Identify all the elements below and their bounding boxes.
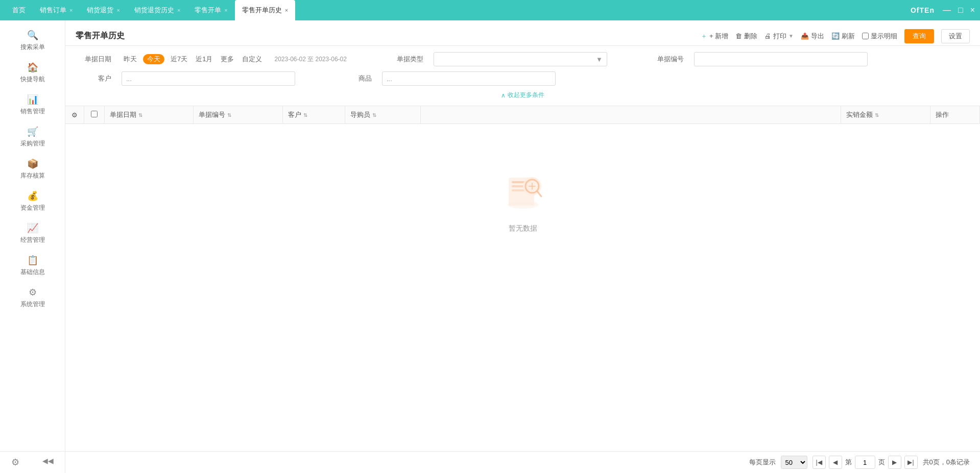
goods-filter-label: 商品	[336, 74, 372, 83]
column-settings-icon[interactable]: ⚙	[71, 111, 78, 119]
close-tab-retail-order-history[interactable]: ×	[285, 7, 288, 13]
type-select[interactable]: ▼	[434, 52, 607, 66]
table-header: ⚙ 单据日期 ⇅ 单据编号	[65, 106, 980, 124]
filter-area: 单据日期 昨天 今天 近7天 近1月 更多 自定义 2023-06-02 至 2…	[65, 46, 980, 106]
next-page-btn[interactable]: ▶	[888, 456, 901, 469]
filter-row-date: 单据日期 昨天 今天 近7天 近1月 更多 自定义 2023-06-02 至 2…	[76, 52, 970, 66]
empty-state: 暂无数据	[65, 124, 980, 274]
display-cols-toggle[interactable]: 显示明细	[862, 32, 897, 41]
basic-info-icon: 📋	[27, 255, 38, 266]
tab-sales-order[interactable]: 销售订单 ×	[33, 0, 80, 20]
page-header: 零售开单历史 ＋ + 新增 🗑 删除 🖨 打印 ▼ 📤 导出	[65, 20, 980, 46]
col-checkbox[interactable]	[84, 106, 104, 124]
type-select-arrow: ▼	[596, 56, 603, 63]
type-filter-label: 单据类型	[388, 55, 423, 64]
close-tab-sales-return[interactable]: ×	[116, 7, 119, 13]
date-yesterday[interactable]: 昨天	[122, 54, 139, 64]
page-number-input[interactable]	[855, 456, 875, 469]
collapse-button[interactable]: ∧ 收起更多条件	[501, 91, 544, 99]
sort-amount-icon[interactable]: ⇅	[875, 112, 879, 118]
per-page-select[interactable]: 10 20 50 100	[781, 456, 807, 469]
window-minimize[interactable]: —	[943, 6, 951, 15]
customer-input[interactable]: ...	[122, 71, 295, 86]
tab-home[interactable]: 零售开单历史 首页	[5, 0, 33, 20]
collapse-up-icon: ∧	[501, 92, 506, 99]
export-icon: 📤	[801, 32, 809, 40]
empty-illustration	[497, 165, 548, 216]
date-today[interactable]: 今天	[143, 54, 164, 64]
date-range-display: 2023-06-02 至 2023-06-02	[274, 55, 346, 64]
prev-page-btn[interactable]: ◀	[829, 456, 842, 469]
page-suffix: 页	[878, 458, 885, 467]
svg-line-7	[537, 191, 541, 196]
page-label: 第	[845, 458, 852, 467]
sidebar-bottom: ⚙ ◀◀	[0, 451, 65, 473]
date-custom[interactable]: 自定义	[240, 54, 264, 64]
sidebar-item-nav[interactable]: 🏠 快捷导航	[0, 57, 65, 89]
collapse-icon[interactable]: ◀◀	[42, 457, 54, 468]
settings-icon[interactable]: ⚙	[11, 457, 19, 468]
date-7days[interactable]: 近7天	[169, 54, 189, 64]
sort-guide-icon[interactable]: ⇅	[372, 112, 376, 118]
first-page-btn[interactable]: |◀	[812, 456, 826, 469]
add-button[interactable]: ＋ + 新增	[701, 32, 728, 41]
collapse-row: ∧ 收起更多条件	[76, 91, 970, 99]
total-info: 共0页，0条记录	[923, 458, 970, 467]
per-page-label: 每页显示	[749, 458, 776, 467]
number-input[interactable]	[694, 52, 868, 66]
close-tab-sales-order[interactable]: ×	[69, 7, 73, 13]
sidebar-item-finance[interactable]: 💰 资金管理	[0, 185, 65, 217]
top-tab-bar: 零售开单历史 首页 销售订单 × 销货退货 × 销货退货历史 × 零售开单 × …	[0, 0, 980, 20]
close-tab-retail-order[interactable]: ×	[224, 7, 227, 13]
sidebar-item-purchase[interactable]: 🛒 采购管理	[0, 121, 65, 153]
tab-retail-order[interactable]: 零售开单 ×	[187, 0, 234, 20]
purchase-icon: 🛒	[27, 126, 38, 137]
window-close[interactable]: ×	[970, 6, 975, 15]
sales-icon: 📊	[27, 94, 38, 105]
tab-sales-return-history[interactable]: 销货退货历史 ×	[127, 0, 187, 20]
tab-sales-return[interactable]: 销货退货 ×	[80, 0, 127, 20]
print-arrow: ▼	[788, 33, 794, 39]
date-1month[interactable]: 近1月	[194, 54, 214, 64]
col-empty-space	[420, 106, 841, 124]
system-icon: ⚙	[29, 287, 37, 298]
toolbar: ＋ + 新增 🗑 删除 🖨 打印 ▼ 📤 导出 🔄	[701, 29, 970, 43]
sidebar-item-inventory[interactable]: 📦 库存核算	[0, 153, 65, 185]
sidebar-item-operations[interactable]: 📈 经营管理	[0, 217, 65, 250]
sort-number-icon[interactable]: ⇅	[227, 112, 231, 118]
sort-date-icon[interactable]: ⇅	[138, 112, 142, 118]
search-icon: 🔍	[27, 30, 38, 41]
sidebar-item-search[interactable]: 🔍 搜索采单	[0, 24, 65, 57]
window-maximize[interactable]: □	[958, 6, 963, 15]
col-settings[interactable]: ⚙	[65, 106, 84, 124]
display-cols-checkbox[interactable]	[862, 33, 869, 39]
sort-customer-icon[interactable]: ⇅	[303, 112, 307, 118]
home-icon: 🏠	[27, 62, 38, 73]
col-number: 单据编号 ⇅	[194, 106, 283, 124]
sidebar: 🔍 搜索采单 🏠 快捷导航 📊 销售管理 🛒 采购管理 📦 库存核算 💰 资金管…	[0, 20, 65, 473]
delete-button[interactable]: 🗑 删除	[735, 32, 757, 41]
add-icon: ＋	[701, 32, 707, 41]
close-tab-sales-return-history[interactable]: ×	[177, 7, 180, 13]
main-layout: 🔍 搜索采单 🏠 快捷导航 📊 销售管理 🛒 采购管理 📦 库存核算 💰 资金管…	[0, 20, 980, 473]
select-all-checkbox[interactable]	[91, 111, 98, 117]
sidebar-item-sales[interactable]: 📊 销售管理	[0, 89, 65, 121]
export-button[interactable]: 📤 导出	[801, 32, 824, 41]
last-page-btn[interactable]: ▶|	[904, 456, 918, 469]
sidebar-item-basic-info[interactable]: 📋 基础信息	[0, 250, 65, 282]
setting-button[interactable]: 设置	[941, 29, 970, 43]
date-options: 昨天 今天 近7天 近1月 更多 自定义	[122, 54, 264, 64]
sidebar-item-system[interactable]: ⚙ 系统管理	[0, 282, 65, 314]
col-amount: 实销金额 ⇅	[841, 106, 930, 124]
delete-icon: 🗑	[735, 32, 742, 40]
refresh-button[interactable]: 🔄 刷新	[831, 32, 855, 41]
tab-retail-order-history[interactable]: 零售开单历史 ×	[235, 0, 295, 20]
number-filter-label: 单据编号	[648, 55, 684, 64]
customer-filter-label: 客户	[76, 74, 111, 83]
col-date: 单据日期 ⇅	[104, 106, 194, 124]
goods-input[interactable]: ...	[382, 71, 556, 86]
print-button[interactable]: 🖨 打印 ▼	[764, 32, 794, 41]
date-more[interactable]: 更多	[219, 54, 236, 64]
query-button[interactable]: 查询	[904, 29, 934, 43]
page-title: 零售开单历史	[76, 31, 125, 41]
